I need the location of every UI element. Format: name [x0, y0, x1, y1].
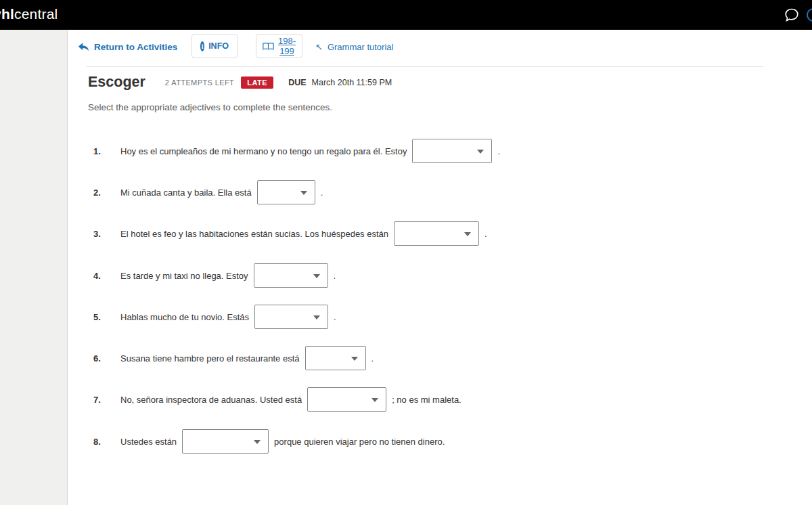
chevron-down-icon	[477, 150, 484, 154]
question-after-text: ; no es mi maleta.	[392, 395, 461, 405]
vhlcentral-logo: vhlcentral	[0, 6, 58, 22]
chevron-down-icon	[371, 398, 378, 402]
open-book-icon	[263, 42, 274, 51]
question-row-6: 6. Susana tiene hambre pero el restauran…	[93, 346, 374, 370]
question-row-8: 8. Ustedes están porque quieren viajar p…	[93, 429, 445, 454]
answer-select-4[interactable]	[254, 263, 328, 288]
question-after-text: .	[371, 353, 374, 364]
answer-select-3[interactable]	[394, 221, 479, 246]
activity-toolbar: Return to Activities i INFO 198-199 ↖ Gr…	[68, 30, 812, 66]
info-icon: i	[200, 41, 204, 51]
question-after-text: porque quieren viajar pero no tienen din…	[274, 437, 445, 447]
question-number: 3.	[93, 229, 120, 239]
return-to-activities-label: Return to Activities	[94, 42, 177, 52]
chat-bubble-icon[interactable]	[784, 7, 800, 23]
question-text: Hoy es el cumpleaños de mi hermano y no …	[120, 146, 407, 156]
answer-select-1[interactable]	[412, 139, 492, 163]
answer-select-8[interactable]	[182, 429, 269, 454]
grammar-tutorial-label: Grammar tutorial	[328, 42, 394, 52]
grammar-tutorial-link[interactable]: ↖ Grammar tutorial	[315, 35, 393, 59]
activity-instructions: Select the appropriate adjectives to com…	[88, 102, 332, 112]
question-row-4: 4. Es tarde y mi taxi no llega. Estoy .	[93, 263, 336, 288]
question-row-3: 3. El hotel es feo y las habitaciones es…	[93, 221, 487, 246]
question-row-2: 2. Mi cuñada canta y baila. Ella está .	[93, 180, 323, 204]
question-text: Susana tiene hambre pero el restaurante …	[120, 353, 300, 364]
toolbar-divider	[87, 66, 763, 67]
question-text: Hablas mucho de tu novio. Estás	[120, 312, 249, 322]
question-number: 4.	[93, 271, 120, 281]
top-bar: vhlcentral	[0, 0, 812, 30]
attempts-left-label: 2 ATTEMPTS LEFT	[165, 79, 234, 87]
textbook-pages-button[interactable]: 198-199	[256, 34, 302, 58]
question-text: Ustedes están	[120, 437, 177, 447]
question-after-text: .	[497, 146, 500, 156]
activity-title: Escoger	[88, 74, 145, 91]
logo-bold-part: vhl	[0, 6, 14, 22]
question-text: El hotel es feo y las habitaciones están…	[120, 229, 388, 239]
info-button[interactable]: i INFO	[191, 34, 238, 58]
logo-rest-part: central	[14, 6, 58, 22]
chevron-down-icon	[464, 232, 471, 236]
account-circle-icon[interactable]	[807, 8, 812, 22]
return-to-activities-link[interactable]: Return to Activities	[78, 35, 177, 59]
answer-select-2[interactable]	[257, 180, 315, 204]
activity-page: vhlcentral Return to Activities i INFO 1…	[0, 0, 812, 505]
late-status-badge: LATE	[241, 76, 273, 89]
chevron-down-icon	[313, 315, 320, 320]
question-after-text: .	[334, 271, 336, 281]
question-text: Es tarde y mi taxi no llega. Estoy	[120, 271, 248, 281]
question-text: No, señora inspectora de aduanas. Usted …	[120, 395, 302, 405]
answer-select-6[interactable]	[305, 346, 366, 370]
question-row-1: 1. Hoy es el cumpleaños de mi hermano y …	[93, 139, 500, 163]
answer-select-5[interactable]	[254, 305, 328, 329]
due-date: March 20th 11:59 PM	[312, 78, 392, 87]
question-after-text: .	[334, 312, 336, 322]
reply-arrow-icon	[78, 42, 89, 52]
question-after-text: .	[484, 229, 487, 239]
question-number: 7.	[93, 395, 120, 405]
textbook-pages-label: 198-199	[278, 36, 296, 56]
chevron-down-icon	[300, 191, 307, 195]
question-row-7: 7. No, señora inspectora de aduanas. Ust…	[93, 387, 461, 412]
info-button-label: INFO	[208, 41, 229, 51]
question-after-text: .	[321, 188, 323, 198]
question-number: 1.	[93, 146, 120, 156]
chevron-down-icon	[254, 440, 261, 444]
answer-select-7[interactable]	[307, 387, 386, 412]
chevron-down-icon	[351, 357, 358, 361]
question-number: 2.	[93, 188, 120, 198]
topbar-right-group	[784, 0, 812, 30]
left-rail	[0, 30, 68, 505]
northwest-arrow-icon: ↖	[315, 42, 323, 52]
due-label: DUE	[288, 78, 306, 87]
activity-header: Escoger 2 ATTEMPTS LEFT LATE DUE March 2…	[88, 74, 392, 91]
question-text: Mi cuñada canta y baila. Ella está	[120, 188, 252, 198]
question-row-5: 5. Hablas mucho de tu novio. Estás .	[93, 305, 336, 329]
chevron-down-icon	[313, 274, 320, 278]
question-number: 6.	[93, 353, 120, 364]
question-number: 8.	[93, 437, 120, 447]
question-number: 5.	[93, 312, 120, 322]
